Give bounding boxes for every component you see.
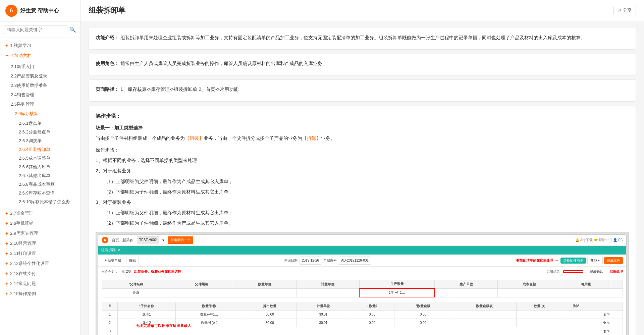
- mock-status-input[interactable]: [563, 270, 583, 273]
- scenario1-title: 场景一：加工类型选择: [96, 124, 629, 132]
- sidebar-item-2-6-1[interactable]: 2.6.1盘点单: [16, 119, 80, 128]
- sidebar-item-video[interactable]: + 1.视频学习: [0, 41, 80, 51]
- mock-toolbar-item1: 组装拆卸: [101, 247, 116, 254]
- search-input[interactable]: [4, 25, 67, 34]
- annotation2-text: 组装业务、拆卸业务在这里选择: [134, 269, 181, 275]
- mock-date-label: 单据日期: [284, 258, 298, 264]
- mock-th2-10: [590, 302, 623, 311]
- mock-row2-10: 🗑 ✎: [590, 319, 623, 327]
- mock-btn-edit[interactable]: 编辑: [126, 257, 139, 264]
- share-button[interactable]: ↗ 分享: [613, 6, 636, 15]
- sidebar-item-2-6-wrapper[interactable]: − 2.6库存核算: [11, 109, 80, 118]
- mock-th2-5: +数量4: [350, 302, 394, 311]
- intro-label: 功能介绍：: [96, 35, 119, 40]
- mock-th-8: 可用量: [561, 280, 611, 289]
- intro-text: 功能介绍： 组装拆卸单用来处理企业组装或拆卸等加工业务，支持有固定装配清单的产品…: [96, 34, 629, 42]
- sidebar-item-2-4[interactable]: 2.4销售管理: [11, 90, 80, 100]
- mock-submit-btn[interactable]: 完成业务: [604, 257, 623, 264]
- mock-th2-0: #: [102, 302, 118, 311]
- sidebar-item-label: 2.8手机旺铺: [10, 220, 34, 226]
- mock-nav-item: 自页: [112, 237, 119, 244]
- mock-confirm-btn[interactable]: 完成确认: [587, 268, 606, 275]
- mock-toolbar-item2: ✕: [118, 247, 121, 254]
- plus-icon: +: [5, 211, 8, 216]
- sidebar-item-2-6-4[interactable]: 2.6.4组装拆卸单: [16, 145, 80, 154]
- mock-th-5: 生产数量: [359, 280, 434, 289]
- mock-th-3: 数量单位: [233, 280, 296, 289]
- mock-lower-table: # *子件名称 数量/件数 拆出数量 计量单位 +数量4 *数量金额 数量金额表: [102, 302, 623, 335]
- sidebar: 6 好生意 帮助中心 🔍 + 1.视频学习 − 2.帮助文档 2.1新手入门 2…: [0, 0, 80, 335]
- page-header: 组装拆卸单 ↗ 分享: [80, 0, 644, 21]
- mock-testid: TEST-H002: [137, 236, 159, 244]
- sidebar-item-label: 2.12系统个性化设置: [10, 261, 49, 267]
- sidebar-item-2-5[interactable]: 2.5采购管理: [11, 100, 80, 109]
- path-label: 页面路径：: [96, 87, 119, 92]
- mock-date-value: 2019-12-26: [300, 257, 321, 265]
- mock-td-2: [170, 288, 233, 297]
- mock-row2-0: 2: [102, 319, 118, 327]
- mock-td-1: 关系: [102, 288, 170, 297]
- mock-th-2: 父件规格: [170, 280, 233, 289]
- mock-icons-area: 🔔 App下载 🤝 帮助中心 👤 CC: [575, 237, 623, 243]
- mock-row1-9: [562, 311, 590, 319]
- sidebar-item-2-15[interactable]: + 2.15操作案例: [0, 289, 80, 299]
- mock-row1-7: [452, 311, 517, 319]
- path-body: 1、库存核算->库存管理->组装拆卸单 2、首页->常用功能: [120, 87, 238, 92]
- sidebar-item-2-6-5[interactable]: 2.6.5成本调整单: [16, 154, 80, 163]
- mock-row2-3: 30.00: [243, 319, 297, 327]
- highlight-chaiqie: 【拆卸】: [302, 135, 321, 141]
- sidebar-item-2-9[interactable]: + 2.9优惠券管理: [0, 228, 80, 238]
- mock-td-3: [233, 288, 296, 297]
- mock-row2-8: [517, 319, 562, 327]
- sidebar-item-2-2[interactable]: 2.2产品安装及登录: [11, 71, 80, 81]
- search-button[interactable]: 🔍: [69, 26, 76, 33]
- ops-steps-label: 操作步骤：: [96, 146, 629, 154]
- intro-body: 组装拆卸单用来处理企业组装或拆卸等加工业务，支持有固定装配清单的产品加工业务，也…: [120, 35, 585, 40]
- mock-create-btn[interactable]: 创建新的一个: [168, 236, 193, 244]
- page-title: 组装拆卸单: [89, 5, 125, 15]
- plus-icon: +: [5, 251, 8, 256]
- sidebar-item-2-6-8[interactable]: 2.6.8商品成本重算: [16, 180, 80, 189]
- sidebar-item-2-3[interactable]: 2.3使用前数据准备: [11, 81, 80, 90]
- sidebar-item-2-10[interactable]: + 2.10经营管理: [0, 238, 80, 248]
- main-content: 功能介绍： 组装拆卸单用来处理企业组装或拆卸等加工业务，支持有固定装配清单的产品…: [80, 21, 644, 335]
- mock-th2-3: 拆出数量: [243, 302, 297, 311]
- sidebar-item-2-6-6[interactable]: 2.6.6其他入库单: [16, 163, 80, 171]
- sidebar-nav: + 1.视频学习 − 2.帮助文档 2.1新手入门 2.2产品安装及登录 2.3…: [0, 38, 80, 335]
- sidebar-item-2-12[interactable]: + 2.12系统个性化设置: [0, 259, 80, 269]
- mock-row3-0: 3: [102, 327, 118, 335]
- mock-td-5-highlight: 1/件+/=1…: [359, 288, 434, 297]
- step3-2: （2）下部明细为子件明细，最终作为产成品生成其它入库单。: [96, 219, 629, 227]
- sidebar-item-2-1[interactable]: 2.1新手入门: [11, 62, 80, 71]
- mock-row1-0: 1: [102, 311, 118, 319]
- sidebar-item-2-6-7[interactable]: 2.6.7其他出库单: [16, 171, 80, 180]
- mock-select-btn[interactable]: 选择配件清单: [560, 258, 586, 264]
- sidebar-item-2-6-3[interactable]: 2.6.3调拨单: [16, 136, 80, 145]
- sidebar-item-2-13[interactable]: + 2.13在线支付: [0, 269, 80, 279]
- ops-card: 操作步骤： 场景一：加工类型选择 当由多个子件材料组装成一个成品的业务为【组装】…: [89, 106, 636, 335]
- sidebar-item-2-7[interactable]: + 2.7资金管理: [0, 208, 80, 218]
- sidebar-item-2-6-9[interactable]: 2.6.9库存账本查询: [16, 189, 80, 198]
- sidebar-item-helpdoc[interactable]: − 2.帮助文档: [0, 51, 80, 61]
- annotation4-text: 无固定清单可以插排在这里量录入: [136, 323, 191, 329]
- mock-td-4: [296, 288, 359, 297]
- sidebar-item-2-11[interactable]: + 2.11打印设置: [0, 248, 80, 259]
- steps-container: 1、根据不同的业务，选择不同单据的类型来处理 2、对于组装业务 （1）上部明细为…: [96, 156, 629, 227]
- mock-th-7: 成本金额: [498, 280, 561, 289]
- mock-row1-8: [517, 311, 562, 319]
- path-text: 页面路径： 1、库存核算->库存管理->组装拆卸单 2、首页->常用功能: [96, 85, 629, 94]
- sidebar-item-2-14[interactable]: + 2.14常见问题: [0, 279, 80, 289]
- mock-more-btn[interactable]: 其他 ▾: [587, 257, 603, 264]
- sidebar-item-2-8[interactable]: + 2.8手机旺铺: [0, 218, 80, 228]
- mock-row2-7: [452, 319, 517, 327]
- mock-td-8: [561, 288, 611, 297]
- sidebar-item-2-6[interactable]: 2.6库存核算: [15, 111, 38, 117]
- sidebar-item-label: 2.15操作案例: [10, 291, 36, 297]
- mock-th2-8: 数量/次: [517, 302, 562, 311]
- intro-card: 功能介绍： 组装拆卸单用来处理企业组装或拆卸等加工业务，支持有固定装配清单的产品…: [89, 28, 636, 50]
- sidebar-item-2-6-2[interactable]: 2.6.2分量盘点单: [16, 128, 80, 136]
- sidebar-item-2-6-10[interactable]: 2.6.10库存账本错了怎么办: [16, 198, 80, 206]
- mock-btn-new[interactable]: + 新增单据: [102, 257, 124, 264]
- mock-logo: 6: [102, 237, 108, 243]
- annotation1-text: 有装配清单的在这里处理: [516, 258, 553, 264]
